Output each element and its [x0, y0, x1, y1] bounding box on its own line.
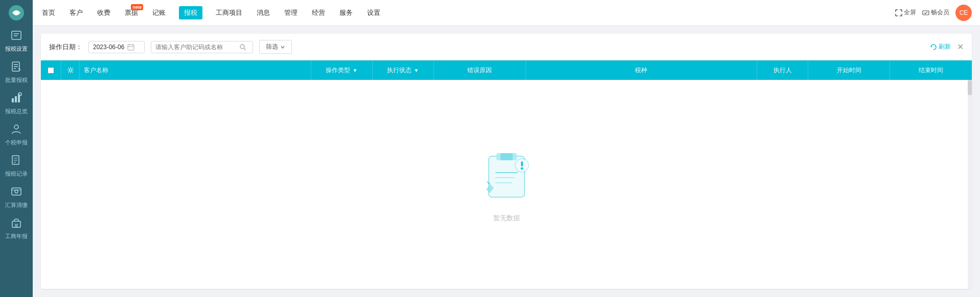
nav-settings[interactable]: 设置: [366, 6, 381, 19]
search-input[interactable]: [155, 44, 237, 51]
user-initials: CE: [960, 9, 968, 16]
table-body: 暂无数据: [41, 80, 972, 289]
svg-rect-9: [12, 98, 14, 102]
scrollbar-track[interactable]: [968, 80, 972, 289]
th-tax-type: 税种: [526, 60, 758, 80]
sidebar-item-personal-tax[interactable]: 个税申报: [0, 119, 33, 151]
filter-bar: 操作日期： 2023-06-06: [41, 34, 972, 60]
svg-rect-22: [15, 224, 18, 227]
sidebar-item-tax-settings[interactable]: 报税设置: [0, 26, 33, 57]
filter-right: 刷新 ✕: [930, 42, 964, 52]
svg-point-1: [14, 11, 18, 15]
content-area: 操作日期： 2023-06-06: [33, 26, 980, 297]
nav-customer[interactable]: 客户: [69, 6, 84, 19]
sidebar-item-label-batch-tax: 批量报税: [5, 76, 28, 84]
annual-report-icon: [11, 217, 22, 231]
svg-rect-24: [128, 45, 134, 50]
svg-rect-40: [521, 161, 523, 166]
scrollbar-thumb[interactable]: [968, 80, 972, 95]
th-end-time: 结束时间: [890, 60, 972, 80]
sidebar-item-label-personal-tax: 个税申报: [5, 139, 28, 146]
nav-home[interactable]: 首页: [41, 6, 56, 19]
sidebar-item-label-settlement: 汇算清缴: [5, 201, 28, 209]
nav-operation[interactable]: 经营: [311, 6, 326, 19]
sidebar-item-label-tax-overview: 报税总览: [5, 108, 28, 115]
sidebar-item-annual-report[interactable]: 工商年报: [0, 213, 33, 244]
refresh-button[interactable]: 刷新: [930, 43, 951, 51]
sidebar-item-tax-record[interactable]: 报税记录: [0, 151, 33, 182]
nav-service[interactable]: 服务: [338, 6, 354, 19]
op-type-sort-icon: ▼: [353, 68, 358, 73]
close-button[interactable]: ✕: [957, 42, 964, 52]
th-customer-name: 客户名称: [80, 60, 311, 80]
date-label: 操作日期：: [49, 43, 82, 52]
nav-manage[interactable]: 管理: [283, 6, 299, 19]
sidebar-item-settlement[interactable]: 汇算清缴: [0, 182, 33, 213]
sidebar-item-label-tax-settings: 报税设置: [5, 45, 28, 53]
select-all-checkbox[interactable]: [48, 67, 54, 74]
nav-fee[interactable]: 收费: [96, 6, 111, 19]
svg-point-13: [14, 125, 18, 129]
personal-tax-icon: [11, 123, 22, 137]
svg-rect-2: [12, 31, 21, 39]
fullscreen-label: 全屏: [904, 8, 916, 17]
svg-point-41: [520, 167, 523, 170]
svg-line-29: [244, 48, 246, 50]
th-executor: 执行人: [757, 60, 808, 80]
main-area: 首页 客户 收费 票据 new 记账 报税 工商项目 消息 管理 经营 服务 设…: [33, 0, 980, 297]
svg-rect-10: [15, 96, 17, 102]
date-value: 2023-06-06: [93, 44, 124, 51]
fullscreen-btn[interactable]: 全屏: [895, 8, 916, 17]
th-exec-status[interactable]: 执行状态 ▼: [373, 60, 434, 80]
refresh-label: 刷新: [939, 43, 951, 51]
filter-button[interactable]: 筛选: [259, 40, 292, 54]
svg-point-19: [15, 190, 18, 193]
sidebar-item-tax-overview[interactable]: 报税总览: [0, 88, 33, 119]
svg-point-30: [69, 69, 72, 72]
sidebar-item-label-annual-report: 工商年报: [5, 232, 28, 240]
tax-settings-icon: [11, 30, 22, 44]
topnav-right-area: 全屏 畅会员 CE: [895, 5, 972, 21]
new-badge: new: [131, 4, 143, 10]
svg-rect-23: [923, 11, 929, 15]
th-op-type[interactable]: 操作类型 ▼: [311, 60, 373, 80]
top-navigation: 首页 客户 收费 票据 new 记账 报税 工商项目 消息 管理 经营 服务 设…: [33, 0, 980, 26]
sidebar-item-label-tax-record: 报税记录: [5, 170, 28, 178]
svg-rect-34: [500, 153, 513, 160]
th-start-time: 开始时间: [808, 60, 890, 80]
svg-point-28: [240, 45, 244, 49]
svg-rect-18: [12, 188, 21, 195]
th-gear[interactable]: [61, 60, 80, 80]
tax-overview-icon: [11, 92, 22, 106]
member-btn[interactable]: 畅会员: [922, 8, 949, 17]
empty-state: 暂无数据: [476, 146, 537, 223]
empty-illustration: [476, 146, 537, 207]
nav-business[interactable]: 工商项目: [215, 6, 243, 19]
sidebar: 报税设置 批量报税 报税总览: [0, 0, 33, 297]
nav-invoice[interactable]: 票据 new: [124, 6, 139, 19]
app-logo[interactable]: [0, 0, 33, 26]
th-checkbox[interactable]: [41, 60, 61, 80]
exec-status-sort-icon: ▼: [414, 68, 419, 73]
th-error-reason: 错误原因: [434, 60, 526, 80]
member-label: 畅会员: [931, 8, 949, 17]
nav-account[interactable]: 记账: [151, 6, 167, 19]
data-table: 客户名称 操作类型 ▼ 执行状态 ▼ 错误原因 税种: [41, 60, 972, 289]
sidebar-item-batch-tax[interactable]: 批量报税: [0, 57, 33, 88]
batch-tax-icon: [11, 61, 22, 75]
nav-tax[interactable]: 报税: [179, 6, 202, 19]
user-avatar[interactable]: CE: [955, 5, 972, 21]
tax-record-icon: [11, 155, 22, 168]
filter-btn-label: 筛选: [266, 43, 278, 51]
search-box[interactable]: [151, 41, 253, 53]
date-picker[interactable]: 2023-06-06: [88, 41, 145, 53]
empty-text: 暂无数据: [493, 214, 520, 223]
nav-message[interactable]: 消息: [256, 6, 271, 19]
settlement-icon: [11, 186, 22, 200]
table-header: 客户名称 操作类型 ▼ 执行状态 ▼ 错误原因 税种: [41, 60, 972, 80]
